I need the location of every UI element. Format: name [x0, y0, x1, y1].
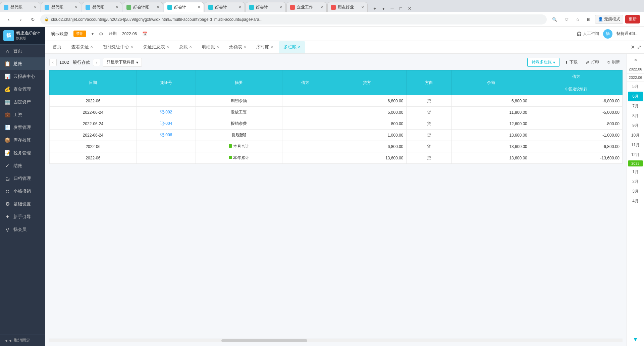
- browser-tab-7[interactable]: 好会计 ✕: [246, 2, 286, 12]
- tab-close-3[interactable]: ✕: [116, 5, 118, 9]
- prev-account-btn[interactable]: ‹: [49, 59, 57, 66]
- user-avatar[interactable]: 畅: [603, 29, 612, 39]
- month-feb[interactable]: 2月: [627, 177, 644, 187]
- sidebar-item-guide[interactable]: ✦ 新手引导: [0, 210, 45, 223]
- tab-detail-ledger-close[interactable]: ✕: [216, 45, 219, 49]
- tab-balance[interactable]: 余额表 ✕: [224, 41, 251, 53]
- tab-voucher-summary[interactable]: 凭证汇总表 ✕: [139, 41, 174, 53]
- tab-voucher-view-close[interactable]: ✕: [90, 45, 93, 49]
- voucher-link-4[interactable]: 记-006: [160, 133, 172, 137]
- sidebar-item-settings[interactable]: ⚙ 基础设置: [0, 198, 45, 210]
- scroll-down-btn[interactable]: ▼: [627, 335, 644, 345]
- month-aug[interactable]: 8月: [627, 111, 644, 121]
- tab-balance-close[interactable]: ✕: [244, 45, 246, 49]
- sidebar-item-salary[interactable]: 💼 工资: [0, 108, 45, 121]
- tab-close-8[interactable]: ✕: [320, 5, 323, 9]
- special-multi-col-btn[interactable]: 特殊多栏账 ▾: [527, 58, 559, 67]
- voucher-link-3[interactable]: 记-004: [160, 121, 172, 126]
- tab-close-7[interactable]: ✕: [279, 5, 282, 9]
- month-jul[interactable]: 7月: [627, 101, 644, 111]
- sidebar-item-invoice[interactable]: 🧾 发票管理: [0, 121, 45, 134]
- close-panel-btn[interactable]: ✕: [627, 55, 644, 65]
- browser-tab-1[interactable]: 易代账 ✕: [0, 2, 40, 12]
- next-account-btn[interactable]: ›: [93, 59, 100, 66]
- month-may[interactable]: 5月: [627, 82, 644, 92]
- close-window-btn[interactable]: ✕: [406, 5, 413, 12]
- sidebar-item-home[interactable]: ⌂ 首页: [0, 45, 45, 57]
- browser-tab-5[interactable]: 好会计 ✕: [164, 2, 204, 12]
- tab-smart-voucher[interactable]: 智能凭证中心 ✕: [98, 41, 138, 53]
- tab-close-6[interactable]: ✕: [238, 5, 241, 9]
- stealth-mode-btn[interactable]: 👤 无痕模式: [595, 15, 623, 24]
- tab-detail-ledger[interactable]: 明细账 ✕: [197, 41, 224, 53]
- star-icon[interactable]: ☆: [573, 16, 582, 23]
- month-apr[interactable]: 4月: [627, 196, 644, 206]
- month-sep[interactable]: 9月: [627, 121, 644, 131]
- sidebar-item-funds[interactable]: 💰 资金管理: [0, 83, 45, 96]
- gear-icon[interactable]: ⚙: [99, 31, 103, 37]
- sidebar-item-ledger[interactable]: 📋 总账: [0, 57, 45, 70]
- month-mar[interactable]: 3月: [627, 187, 644, 196]
- close-tab-panel-btn[interactable]: ✕: [631, 44, 635, 50]
- tab-close-4[interactable]: ✕: [157, 5, 159, 9]
- voucher-link-2[interactable]: 记-002: [160, 110, 172, 114]
- browser-tab-9[interactable]: 用友好业 ✕: [327, 2, 368, 12]
- sidebar-item-inventory[interactable]: 📦 库存核算: [0, 134, 45, 147]
- table-scroll[interactable]: 日期 凭证号 摘要 借方 贷方 方向 余额 借方: [49, 70, 623, 339]
- refresh-btn[interactable]: ↻ 刷新: [604, 58, 623, 66]
- month-dec[interactable]: 12月: [627, 150, 644, 160]
- sidebar-item-expense[interactable]: C 小畅报销: [0, 185, 45, 198]
- consult-btn[interactable]: 🎧 人工咨询: [577, 31, 599, 37]
- expand-tab-panel-btn[interactable]: ⤢: [637, 44, 641, 50]
- month-jun[interactable]: 6月: [628, 92, 643, 101]
- minimize-btn[interactable]: ─: [388, 5, 396, 12]
- sidebar-item-archive[interactable]: 🗂 归档管理: [0, 172, 45, 185]
- browser-tab-8[interactable]: 企业工作 ✕: [286, 2, 327, 12]
- tab-sequence-close[interactable]: ✕: [271, 45, 273, 49]
- search-icon[interactable]: 🔍: [549, 16, 560, 23]
- tab-close-1[interactable]: ✕: [34, 5, 37, 9]
- tab-voucher-summary-close[interactable]: ✕: [166, 45, 169, 49]
- browser-tab-3[interactable]: 易代账 ✕: [82, 2, 122, 12]
- browser-tab-6[interactable]: 好会计 ✕: [205, 2, 245, 12]
- update-btn[interactable]: 更新: [625, 15, 640, 23]
- browser-tab-4[interactable]: 好会计账 ✕: [123, 2, 163, 12]
- sidebar-item-assets[interactable]: 🏢 固定资产: [0, 96, 45, 108]
- tab-smart-voucher-close[interactable]: ✕: [130, 45, 133, 49]
- sidebar-item-settle[interactable]: ✓ 结账: [0, 159, 45, 172]
- month-jan[interactable]: 1月: [627, 167, 644, 177]
- url-bar[interactable]: 🔒 cloud2.chanjet.com/accounting/uh26t264…: [40, 14, 547, 24]
- pin-btn[interactable]: ◄◄ 取消固定: [0, 335, 45, 346]
- forward-btn[interactable]: ›: [16, 15, 25, 24]
- filter-dropdown[interactable]: 只显示下级科目 ▾: [103, 58, 142, 67]
- tab-close-2[interactable]: ✕: [75, 5, 77, 9]
- browser-tab-2[interactable]: 易代账 ✕: [41, 2, 81, 12]
- demo-dropdown-btn[interactable]: ▾: [92, 32, 94, 36]
- tab-close-5[interactable]: ✕: [198, 5, 200, 9]
- tab-general-ledger[interactable]: 总账 ✕: [174, 41, 197, 53]
- maximize-btn[interactable]: □: [397, 5, 405, 12]
- month-nov[interactable]: 11月: [627, 140, 644, 150]
- sidebar-toggle[interactable]: ⊞: [584, 16, 593, 23]
- sidebar-item-reports[interactable]: 📊 云报表中心: [0, 70, 45, 83]
- refresh-btn[interactable]: ↻: [28, 15, 38, 24]
- tab-sequence[interactable]: 序时账 ✕: [252, 41, 278, 53]
- tab-multi-column[interactable]: 多栏账 ✕: [279, 41, 305, 53]
- tab-multi-column-close[interactable]: ✕: [298, 45, 301, 49]
- download-btn[interactable]: ⬇ 下载: [562, 58, 580, 66]
- tab-list-btn[interactable]: ▾: [380, 5, 387, 12]
- new-tab-btn[interactable]: +: [371, 5, 378, 12]
- tab-general-ledger-close[interactable]: ✕: [189, 45, 192, 49]
- tab-voucher-view[interactable]: 查看凭证 ✕: [67, 41, 98, 53]
- shield-icon[interactable]: 🛡: [562, 16, 571, 23]
- tab-home[interactable]: 首页: [48, 41, 66, 53]
- print-btn[interactable]: 🖨 打印: [583, 58, 602, 66]
- month-oct[interactable]: 10月: [627, 131, 644, 140]
- calendar-icon[interactable]: 📅: [142, 32, 147, 36]
- horizontal-scrollbar[interactable]: [49, 339, 623, 342]
- sidebar-item-tax[interactable]: 📝 税务管理: [0, 147, 45, 159]
- tab-close-9[interactable]: ✕: [361, 5, 364, 9]
- scroll-thumb[interactable]: [221, 339, 307, 342]
- back-btn[interactable]: ‹: [4, 15, 13, 24]
- sidebar-item-member[interactable]: V 畅会员: [0, 223, 45, 236]
